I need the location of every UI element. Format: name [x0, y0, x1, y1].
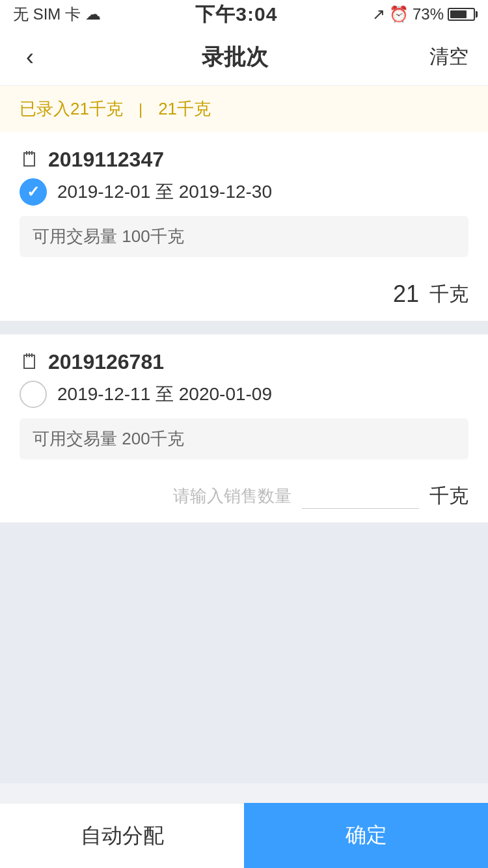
- recorded-label: 已录入21千克: [20, 98, 123, 120]
- info-divider: |: [139, 100, 142, 118]
- footer: 自动分配 确定: [0, 803, 488, 868]
- batch-1-date: 2019-12-01 至 2019-12-30: [57, 180, 272, 204]
- status-bar: 无 SIM 卡 ☁ 下午3:04 ↗ ⏰ 73%: [0, 0, 488, 29]
- batch-2-placeholder: 请输入销售数量: [173, 485, 291, 508]
- batch-2-input-row: 请输入销售数量 千克: [0, 472, 488, 523]
- no-sim-text: 无 SIM 卡 ☁: [13, 4, 101, 25]
- batch-1-date-row: 2019-12-01 至 2019-12-30: [20, 178, 468, 206]
- batch-1-item[interactable]: 🗒 2019112347 2019-12-01 至 2019-12-30 可用交…: [0, 132, 488, 257]
- back-button[interactable]: ‹: [20, 37, 40, 77]
- batch-1-id: 2019112347: [48, 148, 164, 172]
- batch-2-radio[interactable]: [20, 381, 47, 408]
- bottom-area: [0, 523, 488, 783]
- batch-1-section: 🗒 2019112347 2019-12-01 至 2019-12-30 可用交…: [0, 132, 488, 321]
- batch-2-available: 可用交易量 200千克: [20, 418, 468, 459]
- clock-icon: ⏰: [389, 5, 409, 23]
- batch-1-quantity: 21: [393, 280, 419, 308]
- batch-2-id: 2019126781: [48, 350, 164, 374]
- batch-1-radio[interactable]: [20, 178, 47, 206]
- batch-1-icon: 🗒: [20, 148, 40, 172]
- location-icon: ↗: [372, 5, 385, 23]
- batch-2-unit: 千克: [429, 483, 468, 509]
- batch-2-header: 🗒 2019126781: [20, 350, 468, 374]
- batch-1-unit: 千克: [429, 281, 468, 308]
- battery-percent: 73%: [413, 5, 444, 23]
- batch-1-input-row: 21 千克: [0, 270, 488, 321]
- page-title: 录批次: [202, 42, 268, 72]
- status-left: 无 SIM 卡 ☁: [13, 4, 101, 25]
- batch-2-section: 🗒 2019126781 2019-12-11 至 2020-01-09 可用交…: [0, 334, 488, 523]
- auto-distribute-button[interactable]: 自动分配: [0, 803, 244, 868]
- batch-2-icon: 🗒: [20, 350, 40, 374]
- info-bar: 已录入21千克 | 21千克: [0, 86, 488, 132]
- batch-1-header: 🗒 2019112347: [20, 148, 468, 172]
- batch-1-available: 可用交易量 100千克: [20, 216, 468, 257]
- batch-2-date: 2019-12-11 至 2020-01-09: [57, 382, 272, 407]
- status-right: ↗ ⏰ 73%: [372, 5, 475, 23]
- nav-bar: ‹ 录批次 清空: [0, 29, 488, 86]
- section-separator: [0, 321, 488, 334]
- batch-2-date-row: 2019-12-11 至 2020-01-09: [20, 381, 468, 408]
- clear-button[interactable]: 清空: [429, 44, 468, 70]
- battery-icon: [448, 8, 475, 21]
- confirm-button[interactable]: 确定: [244, 803, 488, 868]
- status-time: 下午3:04: [195, 1, 277, 28]
- batch-2-item[interactable]: 🗒 2019126781 2019-12-11 至 2020-01-09 可用交…: [0, 334, 488, 459]
- batch-2-quantity-input[interactable]: [302, 484, 419, 509]
- info-value: 21千克: [158, 98, 211, 120]
